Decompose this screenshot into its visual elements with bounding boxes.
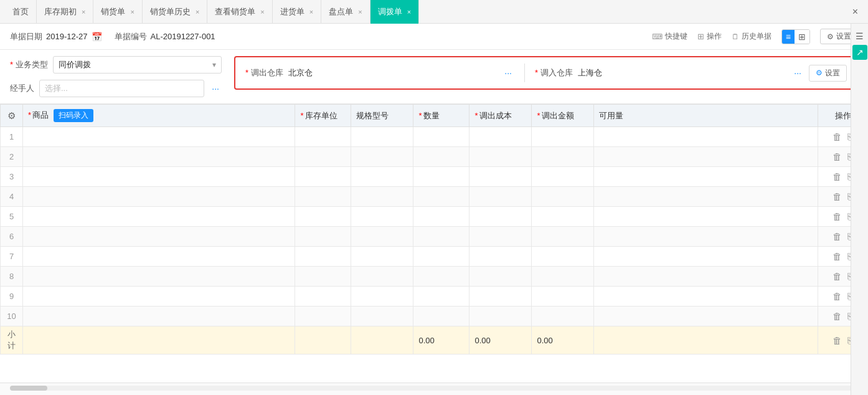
- cell-goods[interactable]: [23, 147, 295, 167]
- tab-purchase-order[interactable]: 进货单 ×: [273, 0, 321, 24]
- delete-row-btn[interactable]: 🗑: [831, 291, 844, 302]
- delete-row-btn[interactable]: 🗑: [831, 231, 844, 242]
- warehouse-settings-btn[interactable]: ⚙ 设置: [809, 65, 847, 82]
- scan-input-btn[interactable]: 扫码录入: [54, 109, 93, 122]
- cell-goods[interactable]: [23, 267, 295, 287]
- cell-qty[interactable]: [413, 187, 469, 207]
- cell-unit[interactable]: [295, 127, 351, 147]
- cell-unit[interactable]: [295, 147, 351, 167]
- tab-sales-history[interactable]: 销货单历史 ×: [143, 0, 207, 24]
- cell-unit[interactable]: [295, 267, 351, 287]
- cell-spec[interactable]: [351, 307, 413, 326]
- delete-row-btn[interactable]: 🗑: [831, 211, 844, 222]
- tab-view-sales[interactable]: 查看销货单 ×: [207, 0, 272, 24]
- layout-grid-btn[interactable]: ⊞: [795, 30, 809, 44]
- cell-spec[interactable]: [351, 147, 413, 167]
- cell-qty[interactable]: [413, 247, 469, 267]
- tab-home[interactable]: 首页: [5, 0, 37, 24]
- tab-sales-order[interactable]: 销货单 ×: [93, 0, 142, 24]
- cell-unit[interactable]: [295, 247, 351, 267]
- calendar-icon[interactable]: 📅: [92, 32, 102, 42]
- layout-list-btn[interactable]: ≡: [782, 30, 795, 44]
- cell-qty[interactable]: [413, 147, 469, 167]
- cell-cost[interactable]: [469, 207, 532, 227]
- cell-amount[interactable]: [532, 247, 594, 267]
- delete-row-btn[interactable]: 🗑: [831, 131, 844, 142]
- cell-unit[interactable]: [295, 187, 351, 207]
- cell-cost[interactable]: [469, 127, 532, 147]
- cell-cost[interactable]: [469, 147, 532, 167]
- tab-inventory-check[interactable]: 盘点单 ×: [321, 0, 370, 24]
- cell-goods[interactable]: [23, 187, 295, 207]
- history-btn[interactable]: 🗒 历史单据: [732, 31, 771, 42]
- close-purchase-order[interactable]: ×: [309, 8, 313, 16]
- cell-amount[interactable]: [532, 267, 594, 287]
- cell-amount[interactable]: [532, 227, 594, 247]
- cell-cost[interactable]: [469, 267, 532, 287]
- cell-qty[interactable]: [413, 307, 469, 326]
- close-sales-history[interactable]: ×: [196, 8, 199, 16]
- column-settings-btn[interactable]: ⚙: [7, 110, 16, 121]
- cell-goods[interactable]: [23, 167, 295, 187]
- cell-unit[interactable]: [295, 227, 351, 247]
- delete-row-btn[interactable]: 🗑: [831, 171, 844, 182]
- delete-row-btn[interactable]: 🗑: [831, 271, 844, 282]
- cell-qty[interactable]: [413, 127, 469, 147]
- cell-amount[interactable]: [532, 167, 594, 187]
- cell-cost[interactable]: [469, 167, 532, 187]
- bottom-scrollbar[interactable]: [0, 383, 868, 395]
- cell-cost[interactable]: [469, 227, 532, 247]
- cell-unit[interactable]: [295, 207, 351, 227]
- tab-inventory-init[interactable]: 库存期初 ×: [37, 0, 93, 24]
- cell-amount[interactable]: [532, 127, 594, 147]
- sidebar-export-btn[interactable]: ↗: [852, 45, 867, 60]
- cell-goods[interactable]: [23, 207, 295, 227]
- business-type-select[interactable]: 同价调拨 ▾: [53, 56, 222, 74]
- cell-goods[interactable]: [23, 287, 295, 307]
- transfer-in-more-btn[interactable]: ···: [791, 68, 804, 78]
- shortcuts-btn[interactable]: ⌨ 快捷键: [652, 31, 687, 42]
- cell-spec[interactable]: [351, 247, 413, 267]
- cell-amount[interactable]: [532, 207, 594, 227]
- cell-cost[interactable]: [469, 287, 532, 307]
- close-all-tabs[interactable]: ×: [847, 4, 863, 20]
- cell-goods[interactable]: [23, 227, 295, 247]
- cell-goods[interactable]: [23, 307, 295, 326]
- cell-cost[interactable]: [469, 247, 532, 267]
- cell-qty[interactable]: [413, 267, 469, 287]
- close-inventory-init[interactable]: ×: [82, 8, 85, 16]
- cell-unit[interactable]: [295, 287, 351, 307]
- handler-select[interactable]: 选择...: [39, 80, 204, 97]
- cell-amount[interactable]: [532, 187, 594, 207]
- delete-row-btn[interactable]: 🗑: [831, 311, 844, 321]
- cell-spec[interactable]: [351, 227, 413, 247]
- cell-amount[interactable]: [532, 307, 594, 326]
- cell-qty[interactable]: [413, 227, 469, 247]
- close-sales-order[interactable]: ×: [130, 8, 134, 16]
- delete-row-btn[interactable]: 🗑: [831, 191, 844, 202]
- cell-spec[interactable]: [351, 187, 413, 207]
- cell-spec[interactable]: [351, 127, 413, 147]
- cell-qty[interactable]: [413, 207, 469, 227]
- cell-unit[interactable]: [295, 167, 351, 187]
- close-inventory-check[interactable]: ×: [358, 8, 362, 16]
- close-transfer-order[interactable]: ×: [407, 8, 411, 16]
- cell-qty[interactable]: [413, 167, 469, 187]
- transfer-out-more-btn[interactable]: ···: [502, 68, 514, 78]
- cell-spec[interactable]: [351, 267, 413, 287]
- tab-transfer-order[interactable]: 调拨单 ×: [370, 0, 419, 24]
- operations-btn[interactable]: ⊞ 操作: [697, 31, 722, 42]
- delete-row-btn[interactable]: 🗑: [831, 335, 844, 346]
- cell-cost[interactable]: [469, 187, 532, 207]
- handler-more-btn[interactable]: ···: [209, 83, 222, 93]
- cell-unit[interactable]: [295, 307, 351, 326]
- delete-row-btn[interactable]: 🗑: [831, 251, 844, 262]
- cell-cost[interactable]: [469, 307, 532, 326]
- cell-goods[interactable]: [23, 127, 295, 147]
- delete-row-btn[interactable]: 🗑: [831, 151, 844, 162]
- cell-spec[interactable]: [351, 207, 413, 227]
- cell-spec[interactable]: [351, 167, 413, 187]
- cell-amount[interactable]: [532, 147, 594, 167]
- cell-qty[interactable]: [413, 287, 469, 307]
- cell-spec[interactable]: [351, 287, 413, 307]
